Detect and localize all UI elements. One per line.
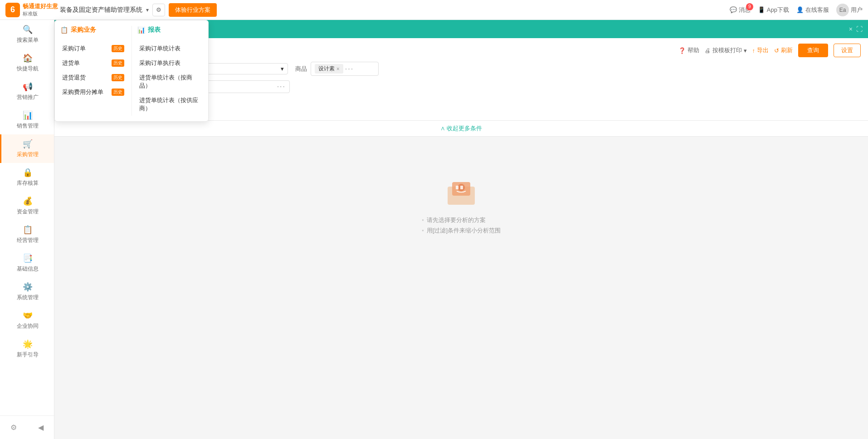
dropdown-cols: 📋 采购业务 采购订单 历史 进货单 历史 进货退货 历史 采购费用分摊单 历史 <box>55 26 208 116</box>
refresh-btn[interactable]: ↺ 刷新 <box>774 46 793 54</box>
export-icon: ↑ <box>752 47 756 54</box>
dropdown-item-order-exec[interactable]: 采购订单执行表 <box>137 56 203 70</box>
help-btn[interactable]: ❓ 帮助 <box>678 46 699 54</box>
sidebar-item-enterprise[interactable]: 🤝 企业协同 <box>0 306 54 335</box>
logo-icon: 6 <box>5 3 20 17</box>
empty-icon <box>439 173 484 209</box>
report-col-icon: 📊 <box>137 26 145 34</box>
dropdown-item-purchase-expense[interactable]: 采购费用分摊单 历史 <box>60 85 126 99</box>
sidebar-item-label: 新手引导 <box>17 351 39 359</box>
sidebar-item-search[interactable]: 🔍 搜索菜单 <box>0 20 54 49</box>
export-btn[interactable]: ↑ 导出 <box>752 46 769 54</box>
purchase-col: 📋 采购业务 采购订单 历史 进货单 历史 进货退货 历史 采购费用分摊单 历史 <box>55 26 132 116</box>
window-expand-btn[interactable]: ⛶ <box>856 25 863 33</box>
window-close-btn[interactable]: × <box>849 25 853 33</box>
query-btn[interactable]: 查询 <box>798 44 828 57</box>
goods-input[interactable]: 设计素 × ··· <box>311 62 379 76</box>
industry-btn[interactable]: 体验行业方案 <box>169 3 217 17</box>
home-icon: 🏠 <box>23 53 33 63</box>
system-dropdown-btn[interactable]: ▾ <box>146 7 149 13</box>
goods-field: 商品 设计素 × ··· <box>295 62 379 76</box>
top-header: 6 畅通道好生意 标准版 装备及固定资产辅助管理系统 ▾ ⚙ 体验行业方案 💬 … <box>0 0 868 20</box>
sidebar-settings-btn[interactable]: ⚙ <box>8 420 20 434</box>
inventory-icon: 🔒 <box>23 168 33 178</box>
dropdown-item-receipt-goods[interactable]: 进货单统计表（按商品） <box>137 70 203 93</box>
messages-badge: 9 <box>746 3 753 10</box>
goods-more-btn[interactable]: ··· <box>345 65 354 73</box>
sidebar-item-sales[interactable]: 📊 销售管理 <box>0 106 54 134</box>
dropdown-item-purchase-return[interactable]: 进货退货 历史 <box>60 70 126 85</box>
tab-bar-right: × ⛶ <box>849 25 868 33</box>
search-icon: 🔍 <box>23 25 33 35</box>
brand-name: 畅通道好生意 <box>23 3 58 10</box>
svg-rect-3 <box>456 186 458 189</box>
hist-badge-expense: 历史 <box>112 89 124 96</box>
sidebar: 🔍 搜索菜单 🏠 快捷导航 📢 营销推广 📊 销售管理 🛒 采购管理 🔒 库存核… <box>0 20 54 439</box>
goods-label: 商品 <box>295 65 307 73</box>
settings-icon-btn[interactable]: ⚙ <box>152 4 165 16</box>
sidebar-item-label: 系统管理 <box>17 294 39 301</box>
brand-sub: 标准版 <box>23 10 58 17</box>
refresh-icon: ↺ <box>774 47 779 54</box>
sidebar-item-label: 快捷导航 <box>17 65 39 73</box>
sidebar-item-label: 搜索菜单 <box>17 36 39 44</box>
message-icon: 💬 <box>730 6 737 13</box>
messages-btn[interactable]: 💬 消息 9 <box>730 6 751 14</box>
sidebar-item-operations[interactable]: 📋 经营管理 <box>0 220 54 249</box>
sidebar-item-guide[interactable]: 🌟 新手引导 <box>0 335 54 363</box>
svg-rect-4 <box>460 186 463 189</box>
empty-state: 请先选择要分析的方案 用[过滤]条件来缩小分析范围 <box>54 137 868 272</box>
guide-icon: 🌟 <box>23 339 33 349</box>
report-col: 📊 报表 采购订单统计表 采购订单执行表 进货单统计表（按商品） 进货单统计表（… <box>132 26 209 116</box>
sidebar-item-finance[interactable]: 💰 资金管理 <box>0 192 54 220</box>
sidebar-item-system[interactable]: ⚙️ 系统管理 <box>0 277 54 306</box>
doc-status-dropdown-icon: ▾ <box>281 65 284 72</box>
sidebar-item-purchase[interactable]: 🛒 采购管理 <box>0 134 54 163</box>
settings-btn[interactable]: 设置 <box>834 44 861 57</box>
dropdown-item-receipt-supplier[interactable]: 进货单统计表（按供应商） <box>137 93 203 116</box>
hist-badge-return: 历史 <box>112 74 124 81</box>
user-avatar-btn[interactable]: Ea 用户 <box>836 4 863 16</box>
doc-status-input[interactable]: ▾ <box>197 63 288 74</box>
sales-icon: 📊 <box>23 110 33 120</box>
sidebar-item-quick[interactable]: 🏠 快捷导航 <box>0 49 54 77</box>
system-icon: ⚙️ <box>23 282 33 292</box>
salesperson-more-btn[interactable]: ··· <box>277 83 286 91</box>
app-download-btn[interactable]: 📱 App下载 <box>758 6 789 14</box>
purchase-icon: 🛒 <box>23 139 33 149</box>
print-btn[interactable]: 🖨 按模板打印 ▾ <box>705 46 747 54</box>
salesperson-input[interactable]: ··· <box>199 80 290 93</box>
dropdown-item-purchase-receipt[interactable]: 进货单 历史 <box>60 56 126 70</box>
sidebar-item-label: 基础信息 <box>17 265 39 273</box>
hist-badge-purchase-order: 历史 <box>112 45 124 52</box>
online-service-btn[interactable]: 👤 在线客服 <box>796 6 829 14</box>
purchase-col-icon: 📋 <box>60 26 68 34</box>
sidebar-collapse-btn[interactable]: ◀ <box>35 420 46 434</box>
sidebar-item-inventory[interactable]: 🔒 库存核算 <box>0 163 54 192</box>
dropdown-item-order-stats[interactable]: 采购订单统计表 <box>137 41 203 56</box>
print-icon: 🖨 <box>705 47 711 54</box>
basic-icon: 📑 <box>23 253 33 263</box>
purchase-dropdown-menu: 📋 采购业务 采购订单 历史 进货单 历史 进货退货 历史 采购费用分摊单 历史 <box>54 20 209 122</box>
sidebar-item-label: 资金管理 <box>17 208 39 216</box>
sidebar-item-label: 销售管理 <box>17 122 39 130</box>
help-icon: ❓ <box>678 47 686 54</box>
goods-tag: 设计素 × <box>315 64 343 74</box>
dropdown-item-purchase-order[interactable]: 采购订单 历史 <box>60 41 126 56</box>
operations-icon: 📋 <box>23 225 33 235</box>
logo-area: 6 畅通道好生意 标准版 <box>5 3 60 17</box>
sidebar-item-marketing[interactable]: 📢 营销推广 <box>0 77 54 106</box>
goods-tag-close[interactable]: × <box>336 66 340 72</box>
system-title: 装备及固定资产辅助管理系统 <box>60 6 142 14</box>
phone-icon: 📱 <box>758 6 765 13</box>
sidebar-item-label: 企业协同 <box>17 322 39 330</box>
empty-hint: 请先选择要分析的方案 用[过滤]条件来缩小分析范围 <box>422 215 501 236</box>
sidebar-bottom: ⚙ ◀ <box>0 415 54 439</box>
logo-text: 畅通道好生意 标准版 <box>23 3 58 17</box>
sidebar-item-basic[interactable]: 📑 基础信息 <box>0 249 54 277</box>
print-dropdown-icon: ▾ <box>744 47 747 54</box>
more-conditions-toggle[interactable]: ∧ 收起更多条件 <box>54 121 868 137</box>
collapse-icon: ∧ <box>440 125 447 132</box>
sidebar-item-label: 经营管理 <box>17 237 39 244</box>
avatar: Ea <box>836 4 849 16</box>
